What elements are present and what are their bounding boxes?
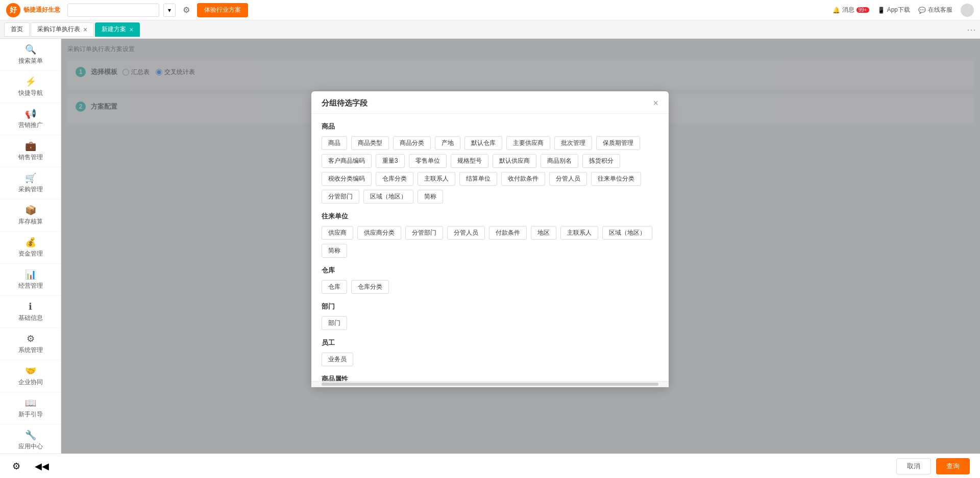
field-tag-0-12[interactable]: 默认供应商 [493,154,536,168]
sidebar-item-beginner[interactable]: 📖 新手引导 [0,392,61,424]
field-tag-0-3[interactable]: 产地 [435,136,460,150]
sidebar-marketing-label: 营销推广 [18,121,43,130]
field-tag-0-2[interactable]: 商品分类 [393,136,431,150]
sidebar-item-sales[interactable]: 💼 销售管理 [0,135,61,167]
field-tag-0-24[interactable]: 简称 [418,190,443,204]
sidebar-item-purchase[interactable]: 🛒 采购管理 [0,167,61,199]
sidebar-beginner-label: 新手引导 [18,410,43,419]
modal-scroll-track[interactable] [311,381,669,387]
field-tag-2-1[interactable]: 仓库分类 [351,280,389,294]
service-label: 在线客服 [928,6,952,14]
nav-search-area: ▾ ⚙ 体验行业方案 [67,3,832,17]
sidebar-item-search[interactable]: 🔍 搜索菜单 [0,39,61,71]
field-tag-0-4[interactable]: 默认仓库 [464,136,502,150]
tab-purchase-order-close[interactable]: × [83,26,87,34]
field-tag-4-0[interactable]: 业务员 [322,353,353,366]
basic-info-icon: ℹ [29,301,32,312]
logo-icon: 好 [6,3,20,17]
field-tag-0-1[interactable]: 商品类型 [351,136,389,150]
field-tag-0-20[interactable]: 分管人员 [549,172,587,186]
field-tag-0-22[interactable]: 分管部门 [322,190,359,204]
sidebar-app-center-label: 应用中心 [18,442,43,451]
tab-purchase-order[interactable]: 采购订单执行表 × [31,22,94,37]
quicknav-icon: ⚡ [25,76,36,87]
sidebar-operation-label: 经营管理 [18,282,43,290]
field-tag-1-1[interactable]: 供应商分类 [357,226,401,240]
field-tag-3-0[interactable]: 部门 [322,316,347,330]
field-tag-1-5[interactable]: 地区 [531,226,556,240]
avatar[interactable] [961,4,974,17]
experience-button[interactable]: 体验行业方案 [197,3,248,17]
sidebar-item-inventory[interactable]: 📦 库存核算 [0,199,61,232]
field-section-3: 部门部门 [322,302,658,330]
nav-search-input[interactable] [67,4,159,17]
field-tag-0-11[interactable]: 规格型号 [451,154,488,168]
collapse-icon[interactable]: ◀◀ [35,461,49,472]
field-tag-0-23[interactable]: 区域（地区） [363,190,413,204]
sidebar-finance-label: 资金管理 [18,249,43,258]
field-tag-2-0[interactable]: 仓库 [322,280,347,294]
field-tag-0-7[interactable]: 保质期管理 [596,136,640,150]
field-tags-4: 业务员 [322,353,658,366]
sidebar-item-app-center[interactable]: 🔧 应用中心 [0,424,61,457]
confirm-button[interactable]: 查询 [936,458,970,474]
app-download-item[interactable]: 📱 App下载 [877,6,910,14]
field-tag-0-19[interactable]: 收付款条件 [501,172,545,186]
field-tag-0-17[interactable]: 主联系人 [418,172,455,186]
settings-icon[interactable]: ⚙ [180,4,193,17]
field-section-0: 商品商品商品类型商品分类产地默认仓库主要供应商批次管理保质期管理客户商品编码重量… [322,122,658,204]
field-tag-0-15[interactable]: 税收分类编码 [322,172,372,186]
bottom-bar: 取消 查询 [61,454,980,478]
nav-dropdown-btn[interactable]: ▾ [163,4,176,17]
field-section-5: 商品属性属性颜色多规格尺码鞋码1 [322,374,658,381]
sidebar-item-quicknav[interactable]: ⚡ 快捷导航 [0,71,61,103]
modal-title: 分组待选字段 [322,98,368,108]
field-tag-0-5[interactable]: 主要供应商 [506,136,550,150]
field-tag-0-6[interactable]: 批次管理 [554,136,592,150]
field-tag-0-9[interactable]: 重量3 [376,154,405,168]
sidebar-item-marketing[interactable]: 📢 营销推广 [0,103,61,135]
field-tag-1-3[interactable]: 分管人员 [447,226,485,240]
logo-area: 好 畅捷通好生意 [6,3,67,17]
sidebar-inventory-label: 库存核算 [18,217,43,226]
field-tag-0-21[interactable]: 往来单位分类 [591,172,641,186]
field-tag-1-6[interactable]: 主联系人 [560,226,598,240]
sidebar-sales-label: 销售管理 [18,153,43,162]
purchase-icon: 🛒 [25,172,36,184]
sidebar-item-enterprise[interactable]: 🤝 企业协同 [0,360,61,392]
sidebar-item-operation[interactable]: 📊 经营管理 [0,264,61,296]
sidebar-item-system[interactable]: ⚙ 系统管理 [0,328,61,360]
sidebar-quicknav-label: 快捷导航 [18,89,43,97]
modal-close-button[interactable]: × [653,98,658,108]
sidebar-item-basic-info[interactable]: ℹ 基础信息 [0,296,61,328]
tab-new-scheme-close[interactable]: × [129,26,133,34]
online-service-item[interactable]: 💬 在线客服 [918,6,952,14]
field-tag-0-8[interactable]: 客户商品编码 [322,154,372,168]
field-tag-0-16[interactable]: 仓库分类 [376,172,413,186]
tab-new-scheme[interactable]: 新建方案 × [95,22,140,37]
marketing-icon: 📢 [25,108,36,119]
field-tag-0-0[interactable]: 商品 [322,136,347,150]
settings-bottom-icon[interactable]: ⚙ [12,461,20,472]
field-tag-1-0[interactable]: 供应商 [322,226,353,240]
field-tag-1-7[interactable]: 区域（地区） [602,226,652,240]
modal-body: 商品商品商品类型商品分类产地默认仓库主要供应商批次管理保质期管理客户商品编码重量… [311,114,669,381]
field-tag-1-2[interactable]: 分管部门 [405,226,443,240]
tab-purchase-order-label: 采购订单执行表 [37,25,80,34]
field-tag-1-4[interactable]: 付款条件 [489,226,527,240]
tab-home[interactable]: 首页 [4,22,30,37]
sidebar-item-finance[interactable]: 💰 资金管理 [0,232,61,264]
tab-expand-icon[interactable]: ⋯ [967,24,976,35]
service-icon: 💬 [918,7,926,14]
field-tag-0-10[interactable]: 零售单位 [409,154,447,168]
notifications-item[interactable]: 🔔 消息 99+ [832,6,869,14]
sidebar-search-label: 搜索菜单 [18,57,43,65]
field-tag-0-14[interactable]: 拣货积分 [582,154,620,168]
field-tag-0-13[interactable]: 商品别名 [541,154,578,168]
field-tag-1-8[interactable]: 简称 [322,244,347,258]
field-tag-0-18[interactable]: 结算单位 [459,172,497,186]
top-bar: 好 畅捷通好生意 ▾ ⚙ 体验行业方案 🔔 消息 99+ 📱 App下载 💬 在… [0,0,980,20]
field-section-2: 仓库仓库仓库分类 [322,266,658,294]
cancel-button[interactable]: 取消 [896,458,931,474]
bell-icon: 🔔 [832,7,840,14]
